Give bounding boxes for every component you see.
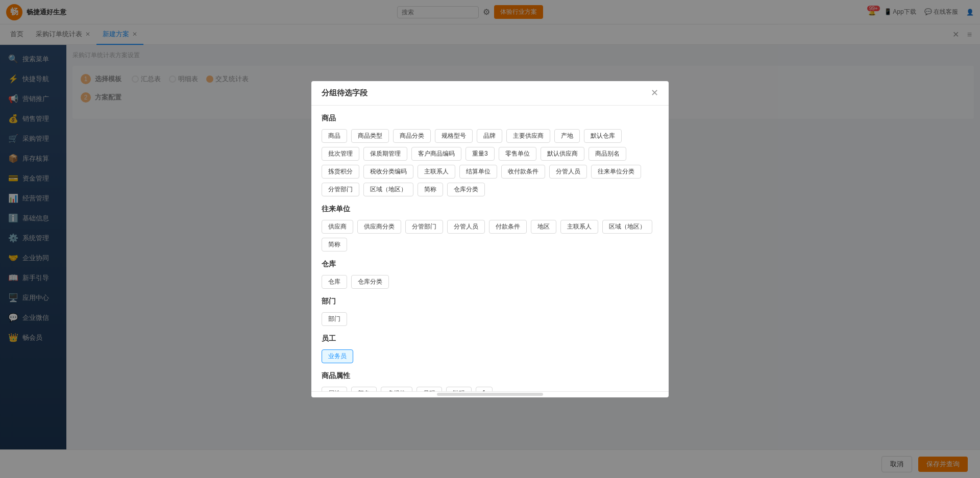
modal-body: 商品 商品 商品类型 商品分类 规格型号 品牌 主要供应商 产地 默认仓库 批次… [311,106,669,391]
tag-partner-6[interactable]: 地区 [531,220,556,234]
tags-grid-staff: 业务员 [322,349,658,363]
section-title-product: 商品 [322,114,658,123]
tag-product-26[interactable]: 仓库分类 [447,183,485,196]
section-title-partner: 往来单位 [322,205,658,214]
tag-warehouse-2[interactable]: 仓库分类 [351,275,389,289]
tag-product-14[interactable]: 默认供应商 [541,147,584,161]
tag-product-13[interactable]: 零售单位 [499,147,536,161]
tag-product-5[interactable]: 品牌 [477,129,502,143]
tag-product-7[interactable]: 产地 [554,129,580,143]
tag-partner-5[interactable]: 付款条件 [489,220,527,234]
tag-partner-3[interactable]: 分管部门 [405,220,443,234]
tag-warehouse-1[interactable]: 仓库 [322,275,347,289]
tag-product-15[interactable]: 商品别名 [589,147,626,161]
tag-partner-9[interactable]: 简称 [322,238,347,251]
tag-product-12[interactable]: 重量3 [465,147,495,161]
section-title-dept: 部门 [322,297,658,306]
tags-grid-attr: 属性 颜色 多规格 尺码 鞋码 1 [322,387,658,391]
section-title-attr: 商品属性 [322,371,658,381]
section-title-staff: 员工 [322,334,658,343]
section-title-warehouse: 仓库 [322,260,658,269]
modal-close-button[interactable]: ✕ [651,88,658,97]
tag-product-17[interactable]: 税收分类编码 [363,165,413,179]
modal-header: 分组待选字段 ✕ [311,81,669,106]
tag-attr-1[interactable]: 属性 [322,387,347,391]
tags-grid-product: 商品 商品类型 商品分类 规格型号 品牌 主要供应商 产地 默认仓库 批次管理 … [322,129,658,196]
tag-product-11[interactable]: 客户商品编码 [411,147,461,161]
tag-attr-3[interactable]: 多规格 [381,387,412,391]
tag-product-10[interactable]: 保质期管理 [363,147,407,161]
tags-grid-warehouse: 仓库 仓库分类 [322,275,658,289]
modal-overlay: 分组待选字段 ✕ 商品 商品 商品类型 商品分类 规格型号 品牌 主要供应商 产… [0,0,980,478]
tag-attr-2[interactable]: 颜色 [351,387,377,391]
tag-product-3[interactable]: 商品分类 [393,129,431,143]
tag-product-20[interactable]: 收付款条件 [501,165,545,179]
tag-staff-1[interactable]: 业务员 [322,349,353,363]
tags-grid-dept: 部门 [322,312,658,326]
tag-product-9[interactable]: 批次管理 [322,147,359,161]
tag-product-6[interactable]: 主要供应商 [506,129,550,143]
tag-product-25[interactable]: 简称 [418,183,443,196]
tag-product-4[interactable]: 规格型号 [435,129,473,143]
tag-partner-1[interactable]: 供应商 [322,220,353,234]
tag-attr-5[interactable]: 鞋码 [446,387,472,391]
tag-product-8[interactable]: 默认仓库 [584,129,622,143]
modal-title: 分组待选字段 [322,88,368,98]
tag-product-24[interactable]: 区域（地区） [363,183,413,196]
tags-grid-partner: 供应商 供应商分类 分管部门 分管人员 付款条件 地区 主联系人 区域（地区） … [322,220,658,251]
tag-dept-1[interactable]: 部门 [322,312,347,326]
tag-partner-4[interactable]: 分管人员 [447,220,485,234]
tag-product-21[interactable]: 分管人员 [549,165,587,179]
tag-product-16[interactable]: 拣货积分 [322,165,359,179]
tag-attr-6[interactable]: 1 [476,387,493,391]
tag-partner-2[interactable]: 供应商分类 [357,220,401,234]
field-select-modal: 分组待选字段 ✕ 商品 商品 商品类型 商品分类 规格型号 品牌 主要供应商 产… [311,81,669,397]
tag-partner-8[interactable]: 区域（地区） [602,220,652,234]
tag-product-18[interactable]: 主联系人 [418,165,455,179]
tag-product-19[interactable]: 结算单位 [459,165,497,179]
tag-product-2[interactable]: 商品类型 [351,129,389,143]
tag-partner-7[interactable]: 主联系人 [560,220,598,234]
modal-hscroll[interactable] [311,391,669,397]
tag-attr-4[interactable]: 尺码 [416,387,442,391]
tag-product-1[interactable]: 商品 [322,129,347,143]
tag-product-23[interactable]: 分管部门 [322,183,359,196]
tag-product-22[interactable]: 往来单位分类 [591,165,641,179]
